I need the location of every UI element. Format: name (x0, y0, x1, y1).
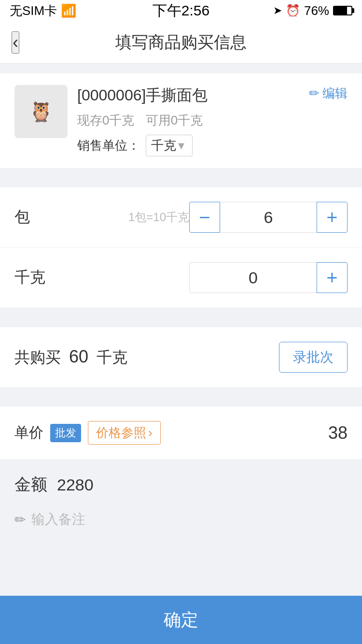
status-left: 无SIM卡 📶 (10, 2, 76, 19)
package-row: 包 1包=10千克 − + (0, 187, 362, 248)
total-unit: 千克 (97, 349, 127, 366)
back-button[interactable]: ‹ (12, 31, 19, 54)
stock-text: 现存0千克 (77, 113, 134, 127)
confirm-button[interactable]: 确定 (0, 596, 362, 644)
status-bar: 无SIM卡 📶 下午2:56 ➤ ⏰ 76% (0, 0, 362, 21)
kg-row: 千克 + (0, 248, 362, 308)
available-text: 可用0千克 (146, 113, 203, 127)
alarm-icon: ⏰ (286, 4, 300, 17)
divider-3 (0, 387, 362, 397)
total-value: 60 (69, 347, 88, 366)
edit-button[interactable]: ✏ 编辑 (309, 85, 348, 102)
package-input[interactable] (220, 202, 317, 233)
kg-control: + (189, 262, 348, 293)
amount-label: 金额 (14, 474, 47, 496)
battery-icon (333, 6, 352, 15)
pencil-icon: ✏ (14, 512, 26, 528)
product-stock: 现存0千克 可用0千克 (77, 112, 348, 129)
battery-text: 76% (304, 3, 329, 18)
product-thumbnail: 🦉 (14, 85, 68, 138)
batch-button[interactable]: 录批次 (279, 342, 348, 373)
package-control: − + (189, 202, 348, 233)
amount-section: 金额 2280 ✏ 输入备注 (0, 459, 362, 543)
price-ref-button[interactable]: 价格参照 › (88, 421, 161, 445)
total-row: 共购买 60 千克 录批次 (0, 327, 362, 387)
amount-row: 金额 2280 (14, 474, 348, 496)
amount-value: 2280 (57, 476, 94, 494)
kg-label: 千克 (14, 267, 189, 288)
unit-dropdown[interactable]: 千克 ▾ (146, 135, 193, 156)
wifi-icon: 📶 (61, 3, 76, 18)
price-section: 单价 批发 价格参照 › 38 (0, 406, 362, 459)
package-minus-button[interactable]: − (189, 202, 220, 233)
total-label: 共购买 (14, 349, 61, 366)
remark-placeholder: 输入备注 (31, 510, 85, 529)
product-logo-icon: 🦉 (29, 100, 53, 123)
kg-input[interactable] (189, 262, 317, 293)
kg-plus-button[interactable]: + (317, 262, 348, 293)
location-icon: ➤ (273, 4, 282, 17)
status-right: ➤ ⏰ 76% (273, 3, 352, 18)
edit-icon: ✏ (309, 86, 320, 101)
nav-bar: ‹ 填写商品购买信息 (0, 21, 362, 64)
price-row: 单价 批发 价格参照 › 38 (14, 421, 348, 445)
package-hint: 1包=10千克 (128, 210, 189, 225)
price-tag: 批发 (50, 424, 81, 442)
remark-row[interactable]: ✏ 输入备注 (14, 505, 348, 533)
package-plus-button[interactable]: + (317, 202, 348, 233)
price-value: 38 (328, 423, 348, 443)
product-card: 🦉 [0000006]手撕面包 现存0千克 可用0千克 销售单位： 千克 ▾ ✏… (0, 73, 362, 168)
price-label: 单价 (14, 423, 43, 443)
unit-label: 销售单位： (77, 137, 140, 154)
nav-title: 填写商品购买信息 (115, 31, 247, 54)
price-left: 单价 批发 价格参照 › (14, 421, 161, 445)
edit-label: 编辑 (322, 85, 348, 102)
product-info: [0000006]手撕面包 现存0千克 可用0千克 销售单位： 千克 ▾ (77, 85, 348, 156)
price-ref-label: 价格参照 (96, 424, 146, 441)
divider-2 (0, 308, 362, 318)
package-label: 包 (14, 207, 124, 228)
dropdown-arrow-icon: ▾ (178, 138, 184, 153)
quantity-section: 包 1包=10千克 − + 千克 + (0, 187, 362, 308)
product-unit-row: 销售单位： 千克 ▾ (77, 135, 348, 156)
divider-1 (0, 168, 362, 178)
unit-value: 千克 (151, 137, 176, 154)
carrier-text: 无SIM卡 (10, 2, 57, 19)
product-name: [0000006]手撕面包 (77, 85, 348, 106)
price-ref-arrow-icon: › (148, 425, 153, 440)
total-text: 共购买 60 千克 (14, 347, 127, 368)
status-time: 下午2:56 (153, 1, 209, 21)
